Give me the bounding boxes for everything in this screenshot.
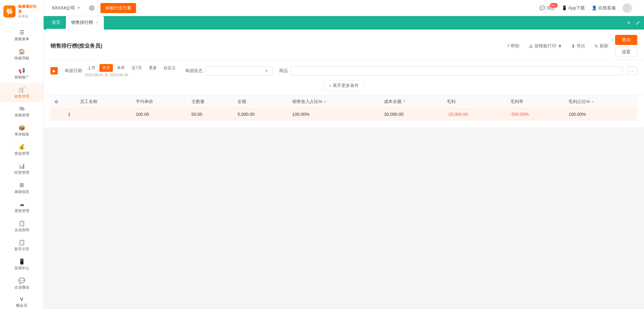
expand-filters-button[interactable]: ∨ 展开更多条件	[323, 80, 364, 91]
tab-home[interactable]: 首页	[46, 16, 66, 30]
user-avatar[interactable]	[622, 3, 632, 13]
th-index	[62, 95, 76, 108]
date-tab-last-month[interactable]: 上月	[85, 64, 98, 72]
main-area: XXXXX公司 ▼ 体验行业方案 💬 消息 99+ 📱 App下载 👤 在线客服	[44, 0, 644, 309]
sidebar-item-system[interactable]: ☁ 系统管理	[0, 198, 43, 217]
sidebar: 畅 畅康通好生意 标准版 ☰ 搜索菜单 🏠 快捷导航 📢 营销推广 🛒 销售管理…	[0, 0, 44, 309]
marketing-icon: 📢	[18, 67, 25, 74]
th-employee: 员工名称	[76, 95, 132, 108]
member-icon: V	[20, 297, 23, 302]
header-right: 💬 消息 99+ 📱 App下载 👤 在线客服	[540, 3, 639, 13]
cell-gross: -25,000.00	[443, 108, 506, 120]
cell-settings	[50, 108, 62, 120]
cell-avg-price: 100.00	[132, 108, 187, 120]
sales-pct-sort-icon[interactable]: ⇅	[324, 100, 326, 104]
cooperation-icon: 📋	[18, 220, 25, 226]
filter-area: ▶ 单据日期 上月 本月 本年 近7天 更多 自定义	[44, 60, 644, 95]
print-dropdown-icon: ▼	[558, 44, 562, 49]
sidebar-item-operations[interactable]: 📊 经营管理	[0, 159, 43, 178]
date-tab-last-7[interactable]: 近7天	[129, 64, 145, 72]
query-button[interactable]: 查询	[615, 35, 637, 45]
app-download-button[interactable]: 📱 App下载	[562, 5, 585, 11]
filter-row: ▶ 单据日期 上月 本月 本年 近7天 更多 自定义	[50, 64, 637, 78]
tab-sales-ranking[interactable]: 销售排行榜 ×	[66, 16, 104, 30]
tab-close-icon[interactable]: ×	[95, 20, 98, 25]
data-table: ⚙ 员工名称 平均单价 主数量 全额 销售收入占比% ⇅	[50, 95, 637, 120]
basics-icon: ⊞	[19, 182, 24, 188]
goods-input[interactable]	[291, 66, 624, 75]
sidebar-nav: ☰ 搜索菜单 🏠 快捷导航 📢 营销推广 🛒 销售管理 🛍 采购管理 📦 库存核…	[0, 23, 43, 309]
date-label: 单据日期	[65, 68, 82, 74]
th-gross-rate: 毛利率	[506, 95, 565, 108]
tab-actions: × ⤢	[626, 16, 641, 30]
tab-close-all-icon[interactable]: ×	[626, 18, 632, 27]
message-badge: 99+	[550, 3, 558, 8]
page-container: 销售排行榜(按业务员) ? 帮助 🖨 按模板打印 ▼ ⬇ 导出	[44, 30, 644, 127]
date-tab-this-year[interactable]: 本年	[114, 64, 128, 72]
status-dropdown-icon: ▼	[264, 68, 269, 73]
th-gross: 毛利	[443, 95, 506, 108]
date-tab-more[interactable]: 更多	[146, 64, 160, 72]
date-tabs: 上月 本月 本年 近7天 更多 自定义	[85, 64, 178, 72]
th-amount: 全额	[233, 95, 288, 108]
home-icon: 🏠	[18, 48, 25, 55]
table-header: ⚙ 员工名称 平均单价 主数量 全额 销售收入占比% ⇅	[50, 95, 637, 108]
refresh-button[interactable]: ↻ 刷新	[592, 42, 611, 50]
refresh-icon: ↻	[595, 44, 598, 49]
company-settings-button[interactable]	[87, 3, 96, 13]
tab-maximize-icon[interactable]: ⤢	[634, 18, 641, 28]
cell-gross-rate: -500.00%	[506, 108, 565, 120]
operations-icon: 📊	[18, 163, 25, 169]
sidebar-item-apps[interactable]: 📱 应用中心	[0, 255, 43, 274]
page-header: 销售排行榜(按业务员) ? 帮助 🖨 按模板打印 ▼ ⬇ 导出	[44, 30, 644, 60]
th-sales-pct: 销售收入占比% ⇅	[288, 95, 380, 108]
sidebar-item-basics[interactable]: ⊞ 基础信息	[0, 178, 43, 198]
sidebar-item-search[interactable]: ☰ 搜索菜单	[0, 26, 43, 45]
gross-pct-sort-icon[interactable]: ⇅	[591, 100, 594, 104]
print-button[interactable]: 🖨 按模板打印 ▼	[526, 42, 565, 50]
trial-button[interactable]: 体验行业方案	[100, 3, 136, 13]
online-service-button[interactable]: 👤 在线客服	[592, 5, 616, 11]
sidebar-item-member[interactable]: V 畅会员	[0, 293, 43, 309]
sidebar-item-inventory[interactable]: 📦 库存核算	[0, 121, 43, 140]
table-area: ⚙ 员工名称 平均单价 主数量 全额 销售收入占比% ⇅	[44, 95, 644, 127]
date-tab-this-month[interactable]: 本月	[99, 64, 113, 72]
page-actions: ? 帮助 🖨 按模板打印 ▼ ⬇ 导出 ↻ 刷新	[504, 35, 637, 57]
sidebar-item-cooperation[interactable]: 📋 企业协同	[0, 217, 43, 236]
sidebar-item-wechat[interactable]: 💬 企业微信	[0, 274, 43, 293]
th-cost: 成本全额 ?	[380, 95, 443, 108]
cost-help-icon[interactable]: ?	[403, 100, 405, 104]
date-filter: 单据日期 上月 本月 本年 近7天 更多 自定义 2023-06-01 至 20…	[65, 64, 178, 78]
date-tab-custom[interactable]: 自定义	[161, 64, 178, 72]
sales-icon: 🛒	[18, 87, 25, 93]
th-settings: ⚙	[50, 95, 62, 108]
settings-button[interactable]: 设置	[615, 47, 637, 57]
print-icon: 🖨	[529, 44, 533, 49]
th-quantity: 主数量	[187, 95, 234, 108]
status-select[interactable]: ▼	[205, 66, 272, 75]
purchase-icon: 🛍	[19, 106, 25, 112]
goods-more-button[interactable]: ···	[627, 66, 637, 75]
help-button[interactable]: ? 帮助	[504, 42, 522, 50]
sidebar-item-finance[interactable]: 💰 资金管理	[0, 140, 43, 159]
sidebar-item-guide[interactable]: 📋 新手引导	[0, 236, 43, 255]
cell-gross-pct: 100.00%	[564, 108, 637, 120]
table-body: 1 100.00 50.00	[50, 108, 637, 120]
help-icon: ?	[507, 44, 509, 49]
sidebar-item-marketing[interactable]: 📢 营销推广	[0, 64, 43, 83]
search-menu-icon: ☰	[19, 29, 24, 36]
expand-row-button[interactable]: ▶	[50, 67, 58, 74]
cell-sales-pct: 100.00%	[288, 108, 380, 120]
app-logo[interactable]: 畅 畅康通好生意 标准版	[0, 0, 43, 23]
system-icon: ☁	[19, 201, 25, 207]
content-area: 销售排行榜(按业务员) ? 帮助 🖨 按模板打印 ▼ ⬇ 导出	[44, 30, 644, 309]
sidebar-item-quick-nav[interactable]: 🏠 快捷导航	[0, 45, 43, 64]
cell-index: 1	[62, 108, 76, 120]
sidebar-item-purchase[interactable]: 🛍 采购管理	[0, 102, 43, 121]
export-button[interactable]: ⬇ 导出	[569, 42, 588, 50]
company-selector[interactable]: XXXXX公司 ▼	[49, 4, 83, 12]
message-button[interactable]: 💬 消息 99+	[540, 5, 555, 11]
column-settings-icon[interactable]: ⚙	[54, 99, 58, 104]
guide-icon: 📋	[18, 239, 25, 246]
sidebar-item-sales[interactable]: 🛒 销售管理	[0, 83, 43, 102]
